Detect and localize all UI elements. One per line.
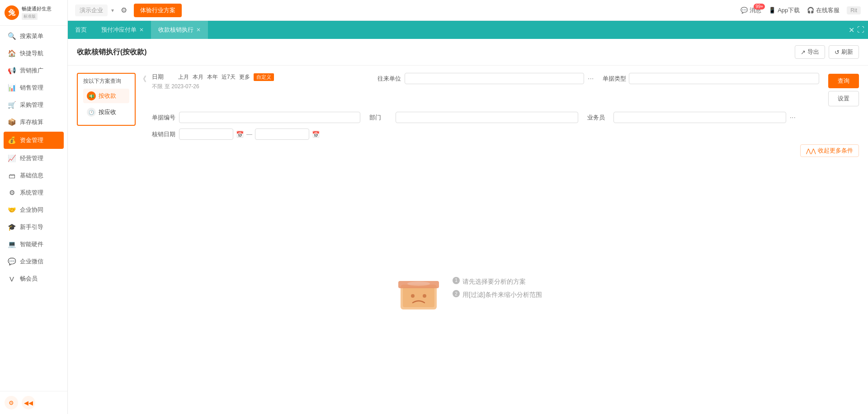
counterparty-filter-group: 往来单位 ···: [377, 73, 594, 84]
sidebar-item-marketing[interactable]: 📢 营销推广: [0, 62, 67, 79]
chart-icon: 📊: [7, 84, 16, 92]
database-icon: 🗃: [7, 172, 16, 180]
doctype-select[interactable]: [629, 73, 819, 84]
company-name[interactable]: 演示企业: [75, 5, 108, 16]
phone-icon: 📱: [769, 7, 776, 14]
export-icon: ↗: [801, 49, 806, 56]
headset-icon: 🎧: [807, 7, 814, 14]
filter-area: 按以下方案查询 💵 按收款 🕐 按应收 《: [68, 66, 868, 164]
sidebar-item-label: 畅会员: [20, 275, 38, 283]
service-label: 在线客服: [816, 6, 840, 14]
topbar-settings-button[interactable]: ⚙: [118, 4, 130, 17]
sidebar-item-hardware[interactable]: 💻 智能硬件: [0, 236, 67, 253]
date-link-lastmonth[interactable]: 上月: [178, 73, 189, 81]
sidebar-bottom: ⚙ ◀◀: [0, 391, 67, 414]
app-download-label: App下载: [778, 6, 800, 14]
date-link-thismonth[interactable]: 本月: [193, 73, 203, 81]
chevron-up-icon: ⋀⋀: [806, 148, 816, 154]
export-label: 导出: [807, 48, 819, 56]
industry-button[interactable]: 体验行业方案: [134, 4, 182, 17]
date-link-more[interactable]: 更多: [239, 73, 250, 81]
message-icon: 💬: [741, 7, 748, 14]
app-download-area[interactable]: 📱 App下载: [769, 6, 800, 14]
staff-filter-group: 业务员 ···: [587, 112, 796, 123]
tabs-right-controls: ✕ ⛶: [849, 26, 864, 34]
tab-bar: 首页 预付冲应付单 ✕ 收款核销执行 ✕ ✕ ⛶: [68, 21, 868, 39]
filter-panel-collapse-icon[interactable]: 《: [139, 75, 146, 84]
verify-tab-label: 收款核销执行: [158, 26, 193, 34]
box-icon: 📦: [7, 118, 16, 126]
verify-date-to-input[interactable]: 2023-07-21: [255, 128, 309, 140]
sidebar-item-operation[interactable]: 📈 经营管理: [0, 150, 67, 167]
filter-option-label: 按收款: [99, 92, 116, 100]
sidebar-item-member[interactable]: V 畅会员: [0, 270, 67, 287]
sidebar-item-label: 快捷导航: [20, 49, 43, 57]
empty-content: 1 请先选择要分析的方案 2 用[过滤]条件来缩小分析范围: [394, 271, 542, 307]
sidebar-item-search[interactable]: 🔍 搜索菜单: [0, 28, 67, 45]
collapse-more-button[interactable]: ⋀⋀ 收起更多条件: [800, 144, 859, 157]
search-icon: 🔍: [7, 32, 16, 40]
sidebar-item-label: 系统管理: [20, 189, 43, 197]
date-link-thisyear[interactable]: 本年: [207, 73, 218, 81]
sidebar-item-collab[interactable]: 🤝 企业协同: [0, 201, 67, 219]
dept-label: 部门: [369, 114, 392, 122]
docno-input[interactable]: [179, 112, 360, 123]
verify-date-range: 2023-03-01 📅 — 2023-07-21 📅: [179, 128, 320, 140]
collapse-sidebar-button[interactable]: ◀◀: [22, 396, 35, 409]
wechat-icon: 💬: [7, 257, 16, 266]
sidebar-item-basic[interactable]: 🗃 基础信息: [0, 167, 67, 184]
sidebar-item-finance[interactable]: 💰 资金管理: [4, 132, 64, 149]
logo-icon: 兔: [5, 5, 19, 20]
sidebar-item-wechat[interactable]: 💬 企业微信: [0, 253, 67, 270]
counterparty-picker-icon[interactable]: ···: [588, 75, 594, 83]
query-button[interactable]: 查询: [828, 74, 859, 88]
date-shortcuts: 上月 本月 本年 近7天 更多 自定义: [178, 73, 274, 81]
filter-option-by-receivable[interactable]: 🕐 按应收: [83, 105, 129, 119]
staff-input[interactable]: [613, 112, 786, 123]
collapse-more-label: 收起更多条件: [818, 147, 853, 155]
svg-point-5: [407, 281, 430, 286]
sidebar-item-inventory[interactable]: 📦 库存核算: [0, 114, 67, 131]
tab-prepay[interactable]: 预付冲应付单 ✕: [94, 21, 151, 39]
counterparty-input[interactable]: [405, 73, 584, 84]
message-area[interactable]: 💬 消息 99+: [741, 6, 761, 14]
prepay-tab-close-icon[interactable]: ✕: [139, 27, 144, 33]
export-button[interactable]: ↗ 导出: [795, 45, 825, 59]
sidebar-item-purchase[interactable]: 🛒 采购管理: [0, 96, 67, 114]
tab-home[interactable]: 首页: [68, 21, 94, 39]
empty-hint-1: 1 请先选择要分析的方案: [453, 276, 542, 287]
tab-verify[interactable]: 收款核销执行 ✕: [151, 21, 208, 39]
verify-date-from-cal-icon[interactable]: 📅: [236, 131, 244, 138]
staff-picker-icon[interactable]: ···: [790, 114, 796, 122]
sidebar-item-system[interactable]: ⚙ 系统管理: [0, 184, 67, 201]
user-avatar[interactable]: Rit: [847, 6, 861, 14]
filter-option-by-receipt[interactable]: 💵 按收款: [83, 89, 129, 103]
doctype-filter-group: 单据类型: [603, 73, 819, 84]
expand-window-icon[interactable]: ⛶: [857, 26, 864, 34]
sidebar-item-sales[interactable]: 📊 销售管理: [0, 79, 67, 96]
settings-button[interactable]: ⚙: [5, 396, 18, 409]
company-dropdown-icon[interactable]: ▾: [111, 7, 114, 14]
computer-icon: 💻: [7, 240, 16, 248]
prepay-tab-label: 预付冲应付单: [101, 26, 137, 34]
verify-tab-close-icon[interactable]: ✕: [196, 27, 201, 33]
settings-button-filter[interactable]: 设置: [828, 91, 859, 106]
handshake-icon: 🤝: [7, 206, 16, 214]
verify-date-to-cal-icon[interactable]: 📅: [312, 131, 320, 138]
app-badge: 标准版: [22, 13, 38, 20]
sidebar-item-label: 搜索菜单: [20, 32, 43, 40]
receipt-icon: 💵: [87, 91, 96, 100]
verify-date-from-input[interactable]: 2023-03-01: [179, 128, 233, 140]
sidebar-item-quicknav[interactable]: 🏠 快捷导航: [0, 45, 67, 62]
refresh-button[interactable]: ↺ 刷新: [829, 45, 859, 59]
date-link-7days[interactable]: 近7天: [222, 73, 236, 81]
custom-date-badge[interactable]: 自定义: [254, 73, 274, 81]
sidebar-item-label: 销售管理: [20, 84, 43, 92]
dept-select[interactable]: [396, 112, 578, 123]
staff-label: 业务员: [587, 114, 610, 122]
online-service-area[interactable]: 🎧 在线客服: [807, 6, 840, 14]
sidebar-item-guide[interactable]: 🎓 新手引导: [0, 219, 67, 236]
home-icon: 🏠: [7, 49, 16, 57]
close-window-icon[interactable]: ✕: [849, 26, 854, 34]
topbar-right: 💬 消息 99+ 📱 App下载 🎧 在线客服 Rit: [741, 6, 861, 14]
